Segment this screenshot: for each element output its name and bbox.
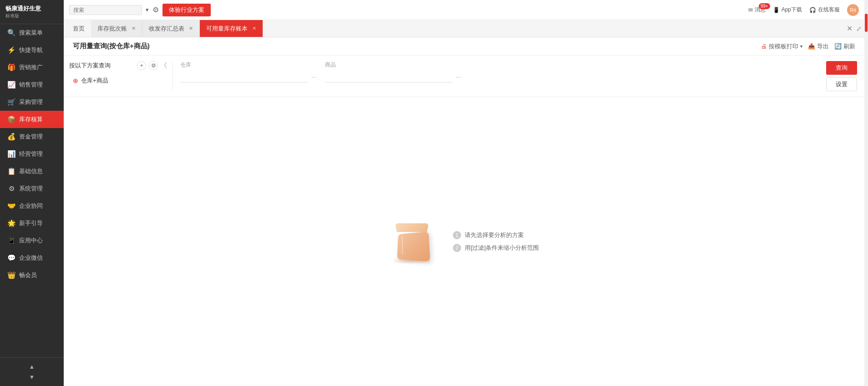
sidebar-item-label: 新手引导 [19, 219, 43, 227]
sidebar-item-enterprise[interactable]: 🤝 企业协同 [0, 197, 64, 215]
message-icon: ✉ [748, 7, 753, 13]
search-input[interactable] [69, 5, 142, 15]
tab-summary[interactable]: 收发存汇总表 ✕ [142, 20, 200, 37]
sidebar-item-label: 经营管理 [19, 150, 43, 158]
scrollbar-thumb[interactable] [865, 14, 868, 32]
topbar: ▾ ⚙ 体验行业方案 ✉ 消息 99+ 📱 App下载 🎧 在线客服 Rit [64, 0, 864, 20]
collapse-btn[interactable]: 《 [161, 62, 167, 70]
tab-available[interactable]: 可用量库存账本 ✕ [200, 20, 263, 37]
warehouse-more-btn[interactable]: ··· [310, 72, 318, 82]
sidebar-item-sales[interactable]: 📈 销售管理 [0, 76, 64, 93]
sidebar-item-label: 畅会员 [19, 271, 37, 279]
sidebar-item-purchase[interactable]: 🛒 采购管理 [0, 93, 64, 111]
warehouse-label: 仓库 [180, 61, 318, 69]
scroll-down-btn[interactable]: ▼ [0, 372, 64, 382]
sidebar-bottom: ▲ ▼ [0, 357, 64, 386]
search-icon: 🔍 [7, 29, 15, 37]
box-face-lines [402, 236, 403, 254]
close-all-tabs-btn[interactable]: ✕ [847, 24, 853, 33]
refresh-icon: 🔄 [834, 43, 842, 50]
scheme-panel: 按以下方案查询 + ⚙ 《 ⊕ 仓库+商品 [64, 61, 173, 91]
sidebar-item-nav[interactable]: ⚡ 快捷导航 [0, 41, 64, 59]
app-label: App下载 [782, 6, 802, 14]
sidebar-item-label: 基础信息 [19, 167, 43, 175]
goods-more-btn[interactable]: ··· [454, 72, 462, 82]
scheme-title: 按以下方案查询 [69, 62, 111, 70]
sidebar-item-marketing[interactable]: 🎁 营销推广 [0, 59, 64, 76]
print-btn[interactable]: 🖨 按模板打印 ▾ [761, 42, 802, 51]
sidebar-scroll: 🔍 搜索菜单 ⚡ 快捷导航 🎁 营销推广 📈 销售管理 🛒 采购管理 📦 库存核… [0, 24, 64, 357]
sidebar-item-operation[interactable]: 📊 经营管理 [0, 145, 64, 163]
phone-icon: 📱 [773, 7, 780, 13]
tab-batch[interactable]: 库存批次账 ✕ [91, 20, 142, 37]
tab-close-summary[interactable]: ✕ [189, 26, 193, 31]
query-button[interactable]: 查询 [826, 61, 857, 75]
sidebar-item-search[interactable]: 🔍 搜索菜单 [0, 24, 64, 41]
avatar: Rit [847, 4, 859, 16]
tab-close-available[interactable]: ✕ [252, 26, 256, 31]
scheme-item-warehouse-goods[interactable]: ⊕ 仓库+商品 [69, 74, 167, 87]
sidebar-item-system[interactable]: ⚙ 系统管理 [0, 180, 64, 197]
warehouse-filter: 仓库 ··· [180, 61, 318, 82]
sidebar-item-wechat[interactable]: 💬 企业微信 [0, 249, 64, 267]
sidebar-item-label: 销售管理 [19, 81, 43, 89]
expand-btn[interactable]: ⤢ [856, 25, 862, 32]
dropdown-arrow-icon: ▾ [146, 6, 149, 13]
gear-btn[interactable]: ⚙ [152, 5, 159, 14]
tabbar-actions: ✕ ⤢ [847, 24, 862, 33]
scroll-up-btn[interactable]: ▲ [0, 361, 64, 372]
empty-illustration [389, 219, 435, 264]
goods-input[interactable] [325, 72, 452, 82]
app-download-btn[interactable]: 📱 App下载 [773, 6, 802, 14]
content-area: 可用量查询(按仓库+商品) 🖨 按模板打印 ▾ 📤 导出 🔄 刷新 [64, 37, 864, 386]
print-icon: 🖨 [761, 43, 767, 50]
sidebar-item-inventory[interactable]: 📦 库存核算 [0, 111, 64, 128]
hint-num-2: 2 [453, 244, 461, 252]
export-icon: 📤 [808, 43, 815, 50]
sidebar-item-member[interactable]: 👑 畅会员 [0, 267, 64, 284]
sales-icon: 📈 [7, 81, 15, 89]
service-btn[interactable]: 🎧 在线客服 [809, 6, 840, 14]
app-title: 畅康通好生意 [5, 5, 58, 13]
service-label: 在线客服 [818, 6, 840, 14]
sidebar-item-finance[interactable]: 💰 资金管理 [0, 128, 64, 145]
goods-label: 商品 [325, 61, 462, 69]
hint-item-2: 2 用[过滤]条件来缩小分析范围 [453, 244, 539, 252]
user-menu[interactable]: Rit [847, 4, 859, 16]
sidebar: 畅康通好生意 标准版 🔍 搜索菜单 ⚡ 快捷导航 🎁 营销推广 📈 销售管理 🛒… [0, 0, 64, 386]
settings-button[interactable]: 设置 [826, 77, 857, 91]
page-title: 可用量查询(按仓库+商品) [73, 42, 150, 51]
trial-button[interactable]: 体验行业方案 [162, 4, 211, 16]
wechat-icon: 💬 [7, 254, 15, 262]
message-btn[interactable]: ✉ 消息 99+ [748, 6, 766, 14]
sidebar-item-appstore[interactable]: 📱 应用中心 [0, 232, 64, 249]
hint-num-1: 1 [453, 231, 461, 239]
headset-icon: 🎧 [809, 7, 816, 13]
refresh-btn[interactable]: 🔄 刷新 [834, 42, 855, 51]
topbar-dropdown[interactable]: ▾ [146, 6, 149, 13]
settings-scheme-btn[interactable]: ⚙ [149, 61, 158, 70]
tab-close-batch[interactable]: ✕ [132, 26, 136, 31]
sidebar-item-label: 快捷导航 [19, 46, 43, 54]
tab-home[interactable]: 首页 [66, 20, 91, 37]
empty-state: 1 请先选择要分析的方案 2 用[过滤]条件来缩小分析范围 [64, 97, 864, 386]
guide-icon: 🌟 [7, 219, 15, 227]
app-subtitle: 标准版 [5, 13, 58, 19]
warehouse-input[interactable] [180, 72, 308, 82]
scheme-header: 按以下方案查询 + ⚙ 《 [69, 61, 167, 70]
chevron-down-icon: ▾ [800, 44, 802, 49]
scheme-item-label: 仓库+商品 [81, 77, 108, 85]
box-top [395, 223, 429, 232]
message-badge: 99+ [759, 3, 770, 9]
export-btn[interactable]: 📤 导出 [808, 42, 829, 51]
sidebar-logo: 畅康通好生意 标准版 [0, 0, 64, 24]
sidebar-item-basic[interactable]: 📋 基础信息 [0, 163, 64, 180]
gear-icon: ⚙ [152, 6, 159, 14]
tabbar: 首页 库存批次账 ✕ 收发存汇总表 ✕ 可用量库存账本 ✕ ✕ ⤢ [64, 20, 864, 37]
add-scheme-btn[interactable]: + [137, 61, 146, 70]
page-header: 可用量查询(按仓库+商品) 🖨 按模板打印 ▾ 📤 导出 🔄 刷新 [64, 37, 864, 56]
sidebar-item-guide[interactable]: 🌟 新手引导 [0, 215, 64, 232]
query-area: 按以下方案查询 + ⚙ 《 ⊕ 仓库+商品 仓库 [64, 56, 864, 97]
page-actions: 🖨 按模板打印 ▾ 📤 导出 🔄 刷新 [761, 42, 855, 51]
nav-icon: ⚡ [7, 46, 15, 54]
